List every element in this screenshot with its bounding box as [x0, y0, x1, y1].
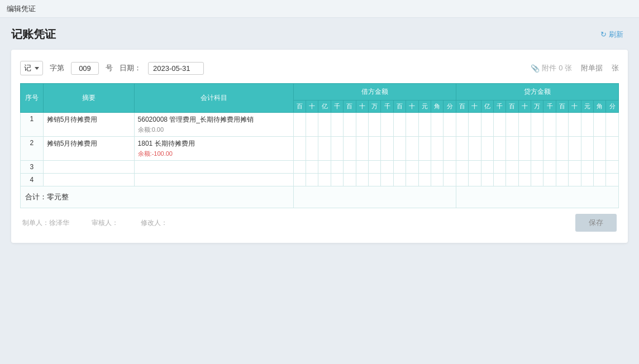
attachment-link[interactable]: 📎 附件 0 张	[531, 63, 572, 73]
credit-digit-cell-r4-c2[interactable]	[469, 174, 481, 186]
debit-digit-cell-r3-c5[interactable]	[344, 161, 356, 174]
credit-digit-cell-r1-c2[interactable]	[469, 113, 481, 137]
credit-digit-cell-r3-c10[interactable]	[569, 161, 581, 174]
credit-digit-cell-r1-c1[interactable]	[456, 113, 468, 137]
credit-digit-cell-r1-c7[interactable]	[531, 113, 543, 137]
credit-digit-cell-r4-c13[interactable]	[606, 174, 619, 186]
credit-digit-cell-r1-c4[interactable]	[493, 113, 506, 137]
debit-digit-cell-r4-c4[interactable]	[331, 174, 343, 186]
credit-digit-cell-r4-c4[interactable]	[493, 174, 506, 186]
credit-digit-cell-r4-c5[interactable]	[506, 174, 518, 186]
debit-digit-cell-r2-c13[interactable]	[444, 137, 456, 161]
debit-digit-cell-r3-c13[interactable]	[444, 161, 456, 174]
credit-digit-cell-r2-c11[interactable]	[581, 137, 593, 161]
credit-digit-cell-r1-c3[interactable]	[481, 113, 493, 137]
debit-digit-cell-r2-c3[interactable]	[318, 137, 331, 161]
credit-digit-cell-r4-c6[interactable]	[518, 174, 531, 186]
debit-digit-cell-r4-c12[interactable]	[431, 174, 443, 186]
debit-digit-cell-r2-c7[interactable]	[368, 137, 380, 161]
debit-digit-cell-r4-c5[interactable]	[344, 174, 356, 186]
credit-digit-cell-r4-c10[interactable]	[569, 174, 581, 186]
debit-digit-cell-r2-c12[interactable]	[431, 137, 443, 161]
row-summary-4[interactable]	[43, 174, 134, 186]
debit-digit-cell-r3-c2[interactable]	[306, 161, 318, 174]
credit-digit-cell-r3-c11[interactable]	[581, 161, 593, 174]
debit-digit-cell-r4-c3[interactable]	[318, 174, 331, 186]
debit-digit-cell-r2-c8[interactable]	[381, 137, 393, 161]
credit-digit-cell-r2-c4[interactable]	[493, 137, 506, 161]
debit-digit-cell-r1-c5[interactable]	[344, 113, 356, 137]
type-select[interactable]: 记	[20, 61, 43, 75]
debit-digit-cell-r3-c3[interactable]	[318, 161, 331, 174]
credit-digit-cell-r3-c1[interactable]	[456, 161, 468, 174]
credit-digit-cell-r3-c12[interactable]	[594, 161, 606, 174]
credit-digit-cell-r4-c1[interactable]	[456, 174, 468, 186]
debit-digit-cell-r1-c1[interactable]	[293, 113, 306, 137]
row-account-1[interactable]: 56020008 管理费用_长期待摊费用摊销余额:0.00	[134, 113, 293, 137]
row-summary-3[interactable]	[43, 161, 134, 174]
debit-digit-cell-r3-c7[interactable]	[368, 161, 380, 174]
row-account-3[interactable]	[134, 161, 293, 174]
credit-digit-cell-r3-c3[interactable]	[481, 161, 493, 174]
debit-digit-cell-r1-c2[interactable]	[306, 113, 318, 137]
credit-digit-cell-r3-c8[interactable]	[543, 161, 556, 174]
credit-digit-cell-r4-c3[interactable]	[481, 174, 493, 186]
credit-digit-cell-r2-c3[interactable]	[481, 137, 493, 161]
debit-digit-cell-r3-c8[interactable]	[381, 161, 393, 174]
debit-digit-cell-r4-c2[interactable]	[306, 174, 318, 186]
credit-digit-cell-r2-c12[interactable]	[594, 137, 606, 161]
debit-digit-cell-r1-c6[interactable]	[356, 113, 368, 137]
debit-digit-cell-r4-c1[interactable]	[293, 174, 306, 186]
credit-digit-cell-r3-c2[interactable]	[469, 161, 481, 174]
debit-digit-cell-r3-c12[interactable]	[431, 161, 443, 174]
credit-digit-cell-r3-c13[interactable]	[606, 161, 619, 174]
debit-digit-cell-r1-c3[interactable]	[318, 113, 331, 137]
credit-digit-cell-r2-c8[interactable]	[543, 137, 556, 161]
credit-digit-cell-r3-c9[interactable]	[556, 161, 568, 174]
credit-digit-cell-r4-c11[interactable]	[581, 174, 593, 186]
credit-digit-cell-r2-c5[interactable]	[506, 137, 518, 161]
credit-digit-cell-r2-c13[interactable]	[606, 137, 619, 161]
debit-digit-cell-r2-c11[interactable]	[418, 137, 431, 161]
number-input[interactable]: 009	[71, 62, 99, 75]
credit-digit-cell-r2-c2[interactable]	[469, 137, 481, 161]
credit-digit-cell-r3-c5[interactable]	[506, 161, 518, 174]
credit-digit-cell-r4-c9[interactable]	[556, 174, 568, 186]
credit-digit-cell-r1-c13[interactable]	[606, 113, 619, 137]
debit-digit-cell-r3-c11[interactable]	[418, 161, 431, 174]
debit-digit-cell-r4-c7[interactable]	[368, 174, 380, 186]
credit-digit-cell-r2-c1[interactable]	[456, 137, 468, 161]
debit-digit-cell-r3-c1[interactable]	[293, 161, 306, 174]
credit-digit-cell-r1-c11[interactable]	[581, 113, 593, 137]
debit-digit-cell-r2-c4[interactable]	[331, 137, 343, 161]
debit-digit-cell-r3-c9[interactable]	[393, 161, 406, 174]
credit-digit-cell-r4-c7[interactable]	[531, 174, 543, 186]
credit-digit-cell-r2-c9[interactable]	[556, 137, 568, 161]
debit-digit-cell-r4-c8[interactable]	[381, 174, 393, 186]
credit-digit-cell-r3-c7[interactable]	[531, 161, 543, 174]
credit-digit-cell-r1-c12[interactable]	[594, 113, 606, 137]
credit-digit-cell-r2-c6[interactable]	[518, 137, 531, 161]
credit-digit-cell-r4-c8[interactable]	[543, 174, 556, 186]
debit-digit-cell-r1-c12[interactable]	[431, 113, 443, 137]
row-account-2[interactable]: 1801 长期待摊费用余额:-100.00	[134, 137, 293, 161]
row-account-4[interactable]	[134, 174, 293, 186]
debit-digit-cell-r4-c13[interactable]	[444, 174, 456, 186]
credit-digit-cell-r4-c12[interactable]	[594, 174, 606, 186]
row-summary-2[interactable]: 摊销5月待摊费用	[43, 137, 134, 161]
debit-digit-cell-r4-c9[interactable]	[393, 174, 406, 186]
credit-digit-cell-r1-c10[interactable]	[569, 113, 581, 137]
debit-digit-cell-r1-c8[interactable]	[381, 113, 393, 137]
debit-digit-cell-r1-c9[interactable]	[393, 113, 406, 137]
save-button[interactable]: 保存	[575, 214, 617, 232]
credit-digit-cell-r1-c8[interactable]	[543, 113, 556, 137]
credit-digit-cell-r3-c6[interactable]	[518, 161, 531, 174]
debit-digit-cell-r4-c6[interactable]	[356, 174, 368, 186]
credit-digit-cell-r1-c6[interactable]	[518, 113, 531, 137]
credit-digit-cell-r1-c9[interactable]	[556, 113, 568, 137]
debit-digit-cell-r3-c10[interactable]	[406, 161, 418, 174]
date-input[interactable]: 2023-05-31	[148, 62, 204, 75]
debit-digit-cell-r2-c9[interactable]	[393, 137, 406, 161]
debit-digit-cell-r2-c1[interactable]	[293, 137, 306, 161]
credit-digit-cell-r2-c10[interactable]	[569, 137, 581, 161]
